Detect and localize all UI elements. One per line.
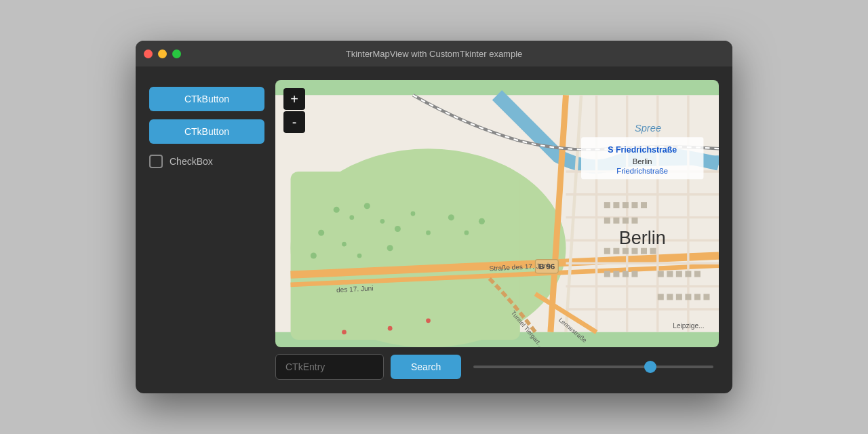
svg-rect-21 [604,202,610,208]
checkbox-label: CheckBox [170,156,213,167]
traffic-lights [144,50,181,58]
svg-point-73 [426,231,431,235]
svg-rect-30 [604,248,610,254]
svg-rect-29 [631,218,637,224]
svg-point-68 [395,226,401,232]
zoom-slider[interactable] [473,366,713,368]
svg-point-72 [387,245,393,251]
svg-rect-26 [604,218,610,224]
svg-point-79 [426,318,431,323]
svg-text:Leipzige...: Leipzige... [673,322,704,330]
zoom-out-button[interactable]: - [283,111,305,133]
titlebar: TkinterMapView with CustomTkinter exampl… [136,41,732,66]
svg-rect-39 [631,271,637,277]
window-title: TkinterMapView with CustomTkinter exampl… [346,49,523,59]
svg-point-77 [342,330,347,334]
ctk-button-1[interactable]: CTkButton [149,87,264,111]
svg-rect-2 [291,172,520,340]
svg-rect-34 [641,248,647,254]
svg-rect-41 [667,271,673,277]
ctk-button-2[interactable]: CTkButton [149,119,264,144]
svg-point-65 [380,219,384,224]
close-button[interactable] [144,50,153,58]
svg-point-67 [342,242,347,247]
map-svg: B 96 [275,80,719,347]
svg-point-76 [479,218,485,224]
svg-rect-28 [623,218,629,224]
svg-rect-49 [694,294,701,300]
svg-rect-31 [613,248,619,254]
zoom-in-button[interactable]: + [283,88,305,110]
svg-rect-47 [676,294,682,300]
svg-rect-22 [613,202,619,208]
svg-point-64 [364,203,370,209]
svg-point-70 [311,253,317,259]
svg-rect-44 [694,271,701,277]
map-area: B 96 [275,80,719,380]
svg-text:Berlin: Berlin [633,157,652,165]
map-container: B 96 [275,80,719,347]
svg-rect-43 [685,271,691,277]
checkbox-input[interactable] [149,155,163,168]
svg-text:Spree: Spree [635,123,661,134]
svg-rect-40 [658,271,664,277]
svg-rect-33 [631,248,637,254]
svg-point-75 [465,231,469,235]
svg-point-74 [448,214,454,220]
bottom-bar: Search [275,354,719,380]
slider-container [468,366,719,368]
svg-rect-32 [623,248,629,254]
ctk-entry-input[interactable] [275,354,384,380]
app-window: TkinterMapView with CustomTkinter exampl… [136,41,732,393]
svg-point-71 [357,254,362,258]
maximize-button[interactable] [172,50,181,58]
sidebar: CTkButton CTkButton CheckBox [149,80,264,380]
svg-rect-36 [604,271,610,277]
svg-point-63 [349,215,354,220]
svg-rect-50 [703,294,709,300]
svg-rect-25 [641,202,647,208]
svg-rect-27 [613,218,619,224]
svg-point-62 [334,207,340,213]
search-button[interactable]: Search [391,355,461,379]
svg-rect-38 [623,271,629,277]
svg-point-69 [411,212,416,216]
svg-rect-48 [685,294,691,300]
zoom-controls: + - [283,88,305,133]
svg-text:Friedrichstraße: Friedrichstraße [616,167,668,175]
svg-rect-45 [658,294,664,300]
minimize-button[interactable] [158,50,167,58]
checkbox-row[interactable]: CheckBox [149,152,264,171]
svg-text:Berlin: Berlin [619,228,666,248]
svg-rect-37 [613,271,619,277]
svg-rect-23 [623,202,629,208]
svg-text:S Friedrichstraße: S Friedrichstraße [608,145,677,155]
svg-rect-35 [650,248,656,254]
content-area: CTkButton CTkButton CheckBox [136,66,732,393]
svg-point-78 [388,326,393,331]
svg-rect-46 [667,294,673,300]
svg-point-66 [318,230,324,236]
svg-rect-24 [631,202,637,208]
svg-rect-42 [676,271,682,277]
